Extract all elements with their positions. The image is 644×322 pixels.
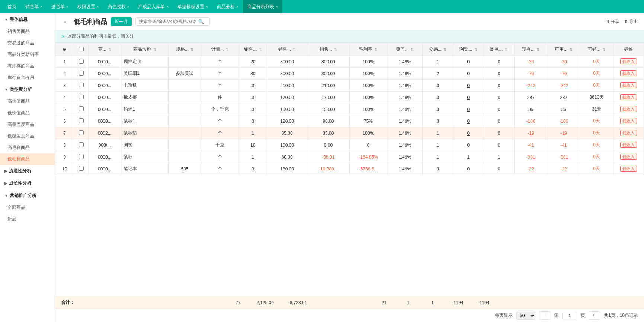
close-icon[interactable]: × bbox=[40, 5, 42, 9]
col-header-gross-rate[interactable]: 毛利率 ⇅ bbox=[349, 43, 387, 56]
sidebar-group-flow-analysis[interactable]: ▶ 流通性分析 bbox=[0, 165, 55, 177]
col-header-sales-profit[interactable]: 销售... ⇅ bbox=[307, 43, 349, 56]
nav-sales-order[interactable]: 销货单 × bbox=[21, 0, 47, 13]
col-header-spec[interactable]: 规格... ⇅ bbox=[168, 43, 201, 56]
cell-check[interactable] bbox=[74, 56, 88, 68]
sidebar-group-overall[interactable]: ▼ 整体信息 bbox=[0, 13, 55, 26]
search-input[interactable] bbox=[139, 19, 198, 24]
row-checkbox[interactable] bbox=[79, 59, 84, 64]
nav-product-analysis[interactable]: 商品分析 × bbox=[212, 0, 243, 13]
sidebar-item-sales-goods[interactable]: 销售类商品 bbox=[0, 26, 55, 37]
sidebar-item-low-coverage[interactable]: 低覆盖度商品 bbox=[0, 130, 55, 142]
next-page-btn[interactable]: 〉 bbox=[589, 311, 600, 320]
row-checkbox[interactable] bbox=[79, 71, 84, 76]
cell-check[interactable] bbox=[74, 103, 88, 115]
sidebar-item-high-profit[interactable]: 高毛利商品 bbox=[0, 142, 55, 153]
sidebar-group-type-analysis[interactable]: ▼ 类型度分析 bbox=[0, 83, 55, 96]
footer-stock-cur: -1194 bbox=[445, 300, 471, 305]
col-header-check[interactable] bbox=[74, 43, 88, 56]
sidebar-item-all-goods[interactable]: 全部商品 bbox=[0, 202, 55, 213]
nav-home[interactable]: 首页 bbox=[3, 0, 21, 13]
col-header-browse1[interactable]: 浏览... ⇅ bbox=[453, 43, 484, 56]
row-checkbox[interactable] bbox=[79, 166, 84, 171]
sidebar-item-low-value[interactable]: 低价值商品 bbox=[0, 107, 55, 119]
sidebar-item-traded-goods[interactable]: 交易过的商品 bbox=[0, 37, 55, 49]
sidebar-item-stocked-goods[interactable]: 有库存的商品 bbox=[0, 60, 55, 72]
row-checkbox[interactable] bbox=[79, 154, 84, 159]
col-header-sales-amt[interactable]: 销售... ⇅ bbox=[267, 43, 307, 56]
row-checkbox[interactable] bbox=[79, 130, 84, 135]
sidebar-item-high-value[interactable]: 高价值商品 bbox=[0, 96, 55, 107]
close-icon[interactable]: × bbox=[97, 5, 99, 9]
cell-browse1[interactable]: 0 bbox=[453, 115, 484, 127]
cell-browse1[interactable]: 1 bbox=[453, 151, 484, 163]
collapse-sidebar-btn[interactable]: « bbox=[61, 18, 68, 25]
per-page-select[interactable]: 50 100 200 bbox=[516, 312, 535, 320]
sort-icon: ⇅ bbox=[226, 47, 229, 51]
col-header-stock-sale[interactable]: 可销... ⇅ bbox=[580, 43, 613, 56]
col-header-sales-qty[interactable]: 销售... ⇅ bbox=[239, 43, 267, 56]
cell-check[interactable] bbox=[74, 163, 88, 175]
nav-purchase-order[interactable]: 进货单 × bbox=[47, 0, 73, 13]
cell-browse1[interactable]: 0 bbox=[453, 56, 484, 68]
footer-sales-qty: 77 bbox=[227, 300, 249, 305]
cell-browse1[interactable]: 0 bbox=[453, 127, 484, 139]
cell-browse1[interactable]: 0 bbox=[453, 92, 484, 103]
row-checkbox[interactable] bbox=[79, 118, 84, 123]
close-icon[interactable]: × bbox=[206, 5, 208, 9]
col-header-trade[interactable]: 交易... ⇅ bbox=[423, 43, 453, 56]
cell-browse1[interactable]: 0 bbox=[453, 80, 484, 92]
cell-name: 吴细细1 bbox=[121, 68, 169, 80]
nav-permissions[interactable]: 权限设置 × bbox=[73, 0, 103, 13]
nav-role-auth[interactable]: 角色授权 × bbox=[103, 0, 134, 13]
sidebar-item-new-goods[interactable]: 新品 bbox=[0, 213, 55, 225]
col-header-browse2[interactable]: 浏览... ⇅ bbox=[484, 43, 514, 56]
cell-check[interactable] bbox=[74, 115, 88, 127]
close-icon[interactable]: × bbox=[66, 5, 68, 9]
cell-check[interactable] bbox=[74, 92, 88, 103]
cell-check[interactable] bbox=[74, 68, 88, 80]
cell-browse1[interactable]: 0 bbox=[453, 139, 484, 151]
cell-browse1[interactable]: 0 bbox=[453, 163, 484, 175]
cell-browse1[interactable]: 0 bbox=[453, 103, 484, 115]
cell-check[interactable] bbox=[74, 127, 88, 139]
filter-recent-month-btn[interactable]: 近一月 bbox=[111, 17, 132, 26]
nav-product-analysis-list[interactable]: 商品分析列表 × bbox=[243, 0, 282, 13]
sidebar-item-high-coverage[interactable]: 高覆盖度商品 bbox=[0, 119, 55, 130]
cell-sales-qty: 3 bbox=[239, 115, 267, 127]
row-checkbox[interactable] bbox=[79, 83, 84, 87]
nav-template-settings[interactable]: 单据模板设置 × bbox=[173, 0, 212, 13]
close-icon[interactable]: × bbox=[276, 5, 278, 9]
cell-check[interactable] bbox=[74, 80, 88, 92]
sidebar-group-marketing-analysis[interactable]: ▼ 营销推广分析 bbox=[0, 189, 55, 202]
close-icon[interactable]: × bbox=[236, 5, 238, 9]
col-header-code[interactable]: 商... ⇅ bbox=[88, 43, 121, 56]
export-btn[interactable]: ⬆ 导出 bbox=[624, 19, 638, 25]
settings-icon[interactable]: ⚙ bbox=[63, 47, 67, 52]
row-checkbox[interactable] bbox=[79, 142, 84, 147]
cell-check[interactable] bbox=[74, 139, 88, 151]
col-header-unit[interactable]: 计量... ⇅ bbox=[201, 43, 239, 56]
col-header-tag[interactable]: 标签 bbox=[613, 43, 644, 56]
sidebar-item-stock-capital[interactable]: 库存资金占用 bbox=[0, 72, 55, 83]
cell-browse1[interactable]: 0 bbox=[453, 68, 484, 80]
sidebar-item-category-rate[interactable]: 商品分类助销率 bbox=[0, 49, 55, 60]
row-checkbox[interactable] bbox=[79, 95, 84, 99]
col-header-stock-avail[interactable]: 可用... ⇅ bbox=[547, 43, 580, 56]
nav-product-entry[interactable]: 产成品入库单 × bbox=[134, 0, 173, 13]
search-icon[interactable]: 🔍 bbox=[198, 19, 204, 24]
row-checkbox[interactable] bbox=[79, 106, 84, 111]
col-header-stock-cur[interactable]: 现有... ⇅ bbox=[514, 43, 547, 56]
table-wrapper[interactable]: ⚙ 商... ⇅ 商品名称 ⇅ bbox=[55, 43, 644, 296]
sidebar-item-low-profit[interactable]: 低毛利商品 bbox=[0, 153, 55, 165]
select-all-checkbox[interactable] bbox=[79, 47, 84, 51]
cell-check[interactable] bbox=[74, 151, 88, 163]
prev-page-btn[interactable]: 〈 bbox=[539, 311, 550, 320]
col-header-cover[interactable]: 覆盖... ⇅ bbox=[387, 43, 423, 56]
close-icon[interactable]: × bbox=[166, 5, 169, 9]
share-btn[interactable]: ⊡ 分享 bbox=[605, 19, 619, 25]
page-number-input[interactable] bbox=[562, 312, 577, 319]
col-header-name[interactable]: 商品名称 ⇅ bbox=[121, 43, 169, 56]
close-icon[interactable]: × bbox=[127, 5, 129, 9]
sidebar-group-growth-analysis[interactable]: ▶ 成长性分析 bbox=[0, 177, 55, 189]
